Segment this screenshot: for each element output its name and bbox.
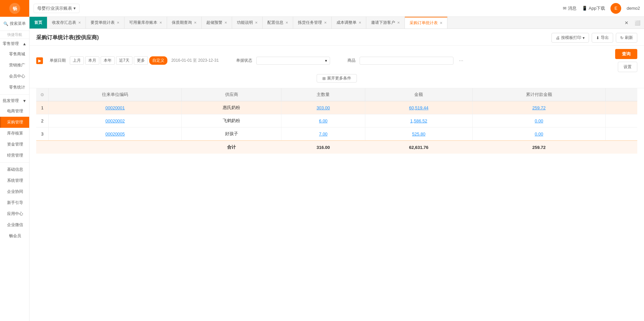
row-2-qty[interactable]: 6.00 xyxy=(281,114,365,127)
row-3-extra xyxy=(605,127,637,141)
refresh-icon: ↻ xyxy=(620,36,624,40)
row-3-qty[interactable]: 7.00 xyxy=(281,127,365,141)
custom-date-button[interactable]: 自定义 xyxy=(149,56,167,65)
more-date-button[interactable]: 更多 xyxy=(134,56,148,65)
col-extra xyxy=(605,88,637,101)
app-download-button[interactable]: 📱 App下载 xyxy=(582,5,605,11)
query-button[interactable]: 查询 xyxy=(615,49,637,59)
sidebar-item-newguide[interactable]: 新手引导 xyxy=(0,197,29,208)
table-row[interactable]: 2 00020002 飞鹤奶粉 6.00 1,586.52 0.00 xyxy=(36,114,637,127)
last-7-days-button[interactable]: 近7天 xyxy=(116,56,132,65)
chevron-down-icon: ▾ xyxy=(325,58,327,63)
row-2-amount[interactable]: 1,586.52 xyxy=(365,114,473,127)
tab-invite[interactable]: 邀请下游客户 ✕ xyxy=(366,17,405,29)
tab-close-purchase-stat[interactable]: ✕ xyxy=(440,21,442,25)
col-amount: 金额 xyxy=(365,88,473,101)
tab-close-receive[interactable]: ✕ xyxy=(78,21,81,24)
tab-close-invite[interactable]: ✕ xyxy=(397,21,400,24)
quick-nav-label: 快捷导航 xyxy=(0,31,29,39)
goods-input[interactable] xyxy=(360,57,453,65)
tab-function[interactable]: 功能说明 ✕ xyxy=(232,17,263,29)
maximize-tab-button[interactable]: ⬜ xyxy=(633,19,641,27)
tab-close-config[interactable]: ✕ xyxy=(285,21,288,24)
sidebar-item-system[interactable]: 系统管理 xyxy=(0,175,29,186)
row-3-amount[interactable]: 525.80 xyxy=(365,127,473,141)
search-menu-button[interactable]: 🔍 搜索菜单 xyxy=(2,19,27,28)
goods-filter-label: 商品 xyxy=(347,58,356,63)
row-1-code[interactable]: 00020001 xyxy=(49,101,182,114)
more-options-icon[interactable]: ··· xyxy=(459,58,463,64)
tab-close-expiry[interactable]: ✕ xyxy=(194,21,197,24)
workspace-selector[interactable]: 母婴行业演示账表 ▾ xyxy=(34,4,79,13)
row-2-extra xyxy=(605,114,637,127)
tab-purchase-stat[interactable]: 采购订单统计表 ✕ xyxy=(405,17,447,29)
wholesale-label: 批发管理 xyxy=(3,98,19,104)
sidebar-item-wechat[interactable]: 企业微信 xyxy=(0,219,29,230)
message-button[interactable]: ✉ 消息 xyxy=(563,5,577,11)
sidebar-item-wholesale[interactable]: 批发管理 ▼ xyxy=(0,96,29,106)
sidebar-item-retail-mall[interactable]: 零售商城 xyxy=(0,49,29,60)
sidebar-item-retail[interactable]: 零售管理 ▲ xyxy=(0,39,29,49)
collapse-arrow[interactable]: ▶ xyxy=(36,57,43,64)
settings-button[interactable]: 设置 xyxy=(618,62,637,72)
username-label[interactable]: demo2 xyxy=(627,6,640,11)
tabs-controls: ✕ ⬜ xyxy=(620,19,644,27)
tab-close-inventory[interactable]: ✕ xyxy=(159,21,162,24)
export-icon: ⬇ xyxy=(596,36,599,40)
tab-receive[interactable]: 收发存汇总表 ✕ xyxy=(47,17,86,29)
row-2-code[interactable]: 00020002 xyxy=(49,114,182,127)
sidebar-item-vip[interactable]: 畅会员 xyxy=(0,230,29,242)
row-3-paid[interactable]: 0.00 xyxy=(472,127,605,141)
sidebar-item-finance[interactable]: 资金管理 xyxy=(0,139,29,150)
sidebar-item-operations[interactable]: 经营管理 xyxy=(0,150,29,161)
sidebar-item-member[interactable]: 会员中心 xyxy=(0,71,29,82)
date-quick-buttons: 上月 本月 本年 近7天 更多 自定义 xyxy=(70,56,167,65)
tab-expiry[interactable]: 保质期查询 ✕ xyxy=(167,17,202,29)
tab-pick[interactable]: 拣货任务管理 ✕ xyxy=(293,17,332,29)
row-1-amount[interactable]: 60,519.44 xyxy=(365,101,473,114)
tab-close-function[interactable]: ✕ xyxy=(255,21,258,24)
member-label: 会员中心 xyxy=(9,73,25,79)
settings-column-header[interactable]: ⚙ xyxy=(36,88,49,101)
col-supplier: 供应商 xyxy=(182,88,281,101)
tab-goods-stat[interactable]: 要货单统计表 ✕ xyxy=(86,17,124,29)
row-2-paid[interactable]: 0.00 xyxy=(472,114,605,127)
tab-overstock[interactable]: 超储预警 ✕ xyxy=(202,17,232,29)
sidebar-item-purchase[interactable]: 采购管理 xyxy=(0,117,29,128)
sidebar-item-basic[interactable]: 基础信息 xyxy=(0,164,29,175)
last-month-button[interactable]: 上月 xyxy=(70,56,84,65)
this-month-button[interactable]: 本月 xyxy=(85,56,99,65)
refresh-button[interactable]: ↻ 刷新 xyxy=(616,33,637,43)
close-tab-button[interactable]: ✕ xyxy=(623,19,631,27)
tab-config[interactable]: 配置信息 ✕ xyxy=(263,17,293,29)
sidebar-item-marketing[interactable]: 营销推广 xyxy=(0,60,29,71)
tab-close-cost[interactable]: ✕ xyxy=(359,21,361,24)
tab-home[interactable]: 首页 xyxy=(30,17,47,29)
tab-cost[interactable]: 成本调整单 ✕ xyxy=(332,17,366,29)
template-print-button[interactable]: 🖨 按模板打印 ▾ xyxy=(551,33,589,43)
row-2-supplier: 飞鹤奶粉 xyxy=(182,114,281,127)
this-year-button[interactable]: 本年 xyxy=(101,56,115,65)
avatar[interactable]: E xyxy=(610,3,621,14)
sidebar-item-ecommerce[interactable]: 电商管理 xyxy=(0,106,29,117)
expand-filter-button[interactable]: ⊞ 展开更多条件 xyxy=(317,74,357,83)
table-row[interactable]: 1 00020001 惠氏奶粉 303.00 60,519.44 259.72 xyxy=(36,101,637,114)
tab-close-overstock[interactable]: ✕ xyxy=(224,21,227,24)
row-1-qty[interactable]: 303.00 xyxy=(281,101,365,114)
sidebar-item-appstore[interactable]: 应用中心 xyxy=(0,208,29,219)
footer-extra xyxy=(605,141,637,154)
tab-close-goods-stat[interactable]: ✕ xyxy=(117,21,119,24)
export-button[interactable]: ⬇ 导出 xyxy=(592,33,613,43)
table-body: 1 00020001 惠氏奶粉 303.00 60,519.44 259.72 … xyxy=(36,101,637,141)
tab-inventory[interactable]: 可用量库存账本 ✕ xyxy=(124,17,167,29)
sidebar-item-enterprise[interactable]: 企业协同 xyxy=(0,186,29,197)
sidebar-item-retail-stat[interactable]: 零售统计 xyxy=(0,82,29,93)
table-row[interactable]: 3 00020005 好孩子 7.00 525.80 0.00 xyxy=(36,127,637,141)
chevron-right-icon: ▼ xyxy=(22,99,26,103)
sidebar-item-inventory[interactable]: 库存核算 xyxy=(0,128,29,139)
row-1-paid[interactable]: 259.72 xyxy=(472,101,605,114)
row-3-code[interactable]: 00020005 xyxy=(49,127,182,141)
col-qty: 主数量 xyxy=(281,88,365,101)
status-select[interactable]: ▾ xyxy=(256,57,330,65)
tab-close-pick[interactable]: ✕ xyxy=(324,21,327,24)
